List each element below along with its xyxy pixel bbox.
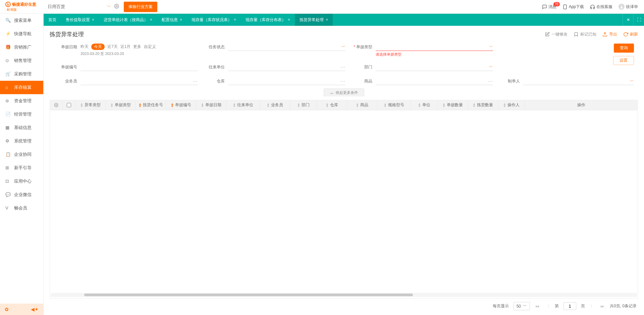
date-tag-today[interactable]: 今天 (91, 44, 105, 50)
phone-icon (562, 4, 568, 9)
online-service-label: 在线客服 (596, 4, 612, 10)
industry-selector[interactable]: 日用百货 ﹀ (48, 4, 111, 10)
export-action[interactable]: 导出 (602, 32, 617, 37)
goods-input[interactable]: ⋯ (376, 78, 493, 85)
tab-0[interactable]: 首页 (44, 14, 61, 26)
pager-last[interactable]: ⏭ (600, 304, 605, 309)
tab-close-icon[interactable]: × (150, 17, 152, 22)
top-right-tools: 消息 70 App下载 在线客服 徐泽华 (542, 4, 641, 10)
date-tag-yesterday[interactable]: 昨天 (80, 44, 89, 50)
column-header-9[interactable]: ▲▼商品 (347, 100, 377, 110)
sidebar-item-14[interactable]: V畅会员 (0, 201, 43, 215)
online-service-button[interactable]: 在线客服 (590, 4, 612, 10)
column-header-11[interactable]: ▲▼单位 (411, 100, 438, 110)
field-warehouse: 仓库 ⋯ (201, 78, 345, 85)
column-header-0[interactable]: ▲▼异常类型 (75, 100, 106, 110)
tab-4[interactable]: 现存量（库存状况表）× (187, 14, 241, 26)
vendor-input[interactable]: ⋯ (228, 64, 345, 71)
field-vendor-label: 往来单位 (201, 64, 228, 70)
sidebar-item-label: 快捷导航 (14, 31, 32, 37)
doc-no-input[interactable] (80, 64, 198, 71)
sidebar-item-label: 新手引导 (14, 165, 32, 171)
settings-button[interactable]: 设置 (613, 56, 634, 65)
clerk-input[interactable]: ⋯ (80, 78, 198, 85)
doc-type-select[interactable]: ﹀ (376, 44, 493, 51)
column-header-8[interactable]: ▲▼仓库 (317, 100, 347, 110)
mark-known-label: 标记已知 (580, 32, 596, 37)
mark-known-action[interactable]: 标记已知 (574, 32, 596, 37)
date-tag-more[interactable]: 更多 (133, 44, 141, 50)
column-header-10[interactable]: ▲▼规格型号 (377, 100, 411, 110)
tab-1[interactable]: 售价提取设置× (61, 14, 99, 26)
sidebar-item-3[interactable]: ⊙销售管理 (0, 54, 43, 67)
sidebar-item-8[interactable]: ▦基础信息 (0, 121, 43, 134)
column-header-5[interactable]: ▲▼往来单位 (226, 100, 260, 110)
pager-next[interactable]: 〉 (590, 303, 595, 309)
tab-close-all[interactable]: ✕ (623, 14, 633, 26)
sidebar-item-9[interactable]: ⚙系统管理 (0, 134, 43, 148)
tab-close-icon[interactable]: × (288, 17, 290, 22)
tab-close-icon[interactable]: × (92, 17, 94, 22)
batch-edit-action[interactable]: 一键修改 (545, 32, 568, 37)
export-label: 导出 (609, 32, 617, 37)
sidebar-item-4[interactable]: 🛒采购管理 (0, 67, 43, 81)
tab-2[interactable]: 进货单统计表（按商品）× (99, 14, 157, 26)
warehouse-input[interactable]: ⋯ (228, 78, 345, 85)
sidebar-item-10[interactable]: 📋企业协同 (0, 148, 43, 161)
refresh-action[interactable]: 刷新 (623, 32, 638, 37)
settings-icon[interactable] (114, 4, 119, 10)
column-header-1[interactable]: ▲▼单据类型 (106, 100, 136, 110)
column-header-13[interactable]: ▲▼拣货数量 (468, 100, 498, 110)
sidebar-item-0[interactable]: 🔍搜索菜单 (0, 14, 43, 27)
sidebar-item-6[interactable]: ⊜资金管理 (0, 94, 43, 108)
page-size-select[interactable]: 50 ﹀ (514, 302, 530, 310)
tab-close-icon[interactable]: × (234, 17, 236, 22)
tab-close-icon[interactable]: × (326, 17, 328, 22)
sidebar-item-13[interactable]: 💬企业微信 (0, 188, 43, 201)
select-all-checkbox[interactable] (63, 100, 75, 110)
collapse-filters-toggle[interactable]: ︽ 收起更多条件 (324, 88, 364, 97)
pager-page-input[interactable] (564, 302, 576, 310)
user-menu[interactable]: 徐泽华 (619, 4, 638, 10)
dept-select[interactable]: ﹀ (376, 64, 493, 71)
column-header-7[interactable]: ▲▼部门 (290, 100, 317, 110)
sidebar-item-1[interactable]: ⚡快捷导航 (0, 27, 43, 41)
query-button[interactable]: 查询 (614, 44, 634, 53)
pager-first[interactable]: ⏮ (535, 304, 540, 309)
tab-expand[interactable]: ⛶ (633, 14, 644, 26)
sidebar-footer: ✿◀✦ (0, 304, 43, 315)
tab-close-icon[interactable]: × (180, 17, 182, 22)
sidebar-settings-icon[interactable]: ✿ (5, 307, 9, 312)
column-header-14[interactable]: ▲▼操作人 (498, 100, 525, 110)
app-download-button[interactable]: App下载 (562, 4, 584, 10)
tab-5[interactable]: 现存量（库存分布表）× (241, 14, 295, 26)
tab-3[interactable]: 配置信息× (157, 14, 187, 26)
column-header-12[interactable]: ▲▼单据数量 (438, 100, 468, 110)
date-tag-1m[interactable]: 近1月 (120, 44, 131, 50)
pager-prev[interactable]: 〈 (545, 303, 550, 309)
task-status-select[interactable]: ﹀ (228, 44, 345, 51)
column-header-4[interactable]: ▲▼单据日期 (196, 100, 226, 110)
date-tag-custom[interactable]: 自定义 (144, 44, 156, 50)
horizontal-scrollbar[interactable] (51, 293, 637, 297)
sidebar-item-12[interactable]: ⊡应用中心 (0, 175, 43, 188)
messages-button[interactable]: 消息 70 (542, 4, 556, 10)
column-settings[interactable] (50, 100, 63, 110)
sidebar-item-label: 资金管理 (14, 98, 32, 104)
sidebar-item-2[interactable]: 🎁营销推广 (0, 41, 43, 54)
sidebar-item-11[interactable]: ⊞新手引导 (0, 161, 43, 175)
tab-6[interactable]: 拣货异常处理× (295, 14, 333, 26)
sort-icon: ▲▼ (233, 103, 236, 108)
cta-experience-button[interactable]: 体验行业方案 (124, 2, 157, 12)
date-tag-7d[interactable]: 近7天 (107, 44, 118, 50)
column-label: 仓库 (330, 102, 338, 108)
sidebar-collapse-icon[interactable]: ◀✦ (31, 307, 39, 312)
column-header-6[interactable]: ▲▼业务员 (260, 100, 290, 110)
column-header-2[interactable]: ▲▼拣货任务号 (136, 100, 166, 110)
column-header-3[interactable]: ▲▼单据编号 (166, 100, 196, 110)
sidebar-item-7[interactable]: 📄经营管理 (0, 108, 43, 121)
column-label: 操作人 (507, 102, 520, 108)
sidebar-item-5[interactable]: ⌂库存核算 (0, 81, 43, 94)
batch-edit-label: 一键修改 (551, 32, 568, 37)
maker-select[interactable]: ﹀ (523, 78, 634, 85)
